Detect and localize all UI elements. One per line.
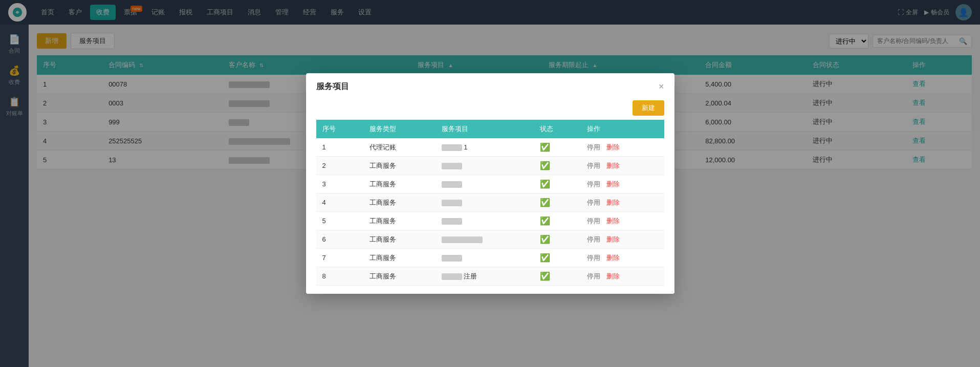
table-row: 7 工商服务 ✅ 停用 删除 — [316, 249, 664, 267]
cell-seq: 8 — [316, 267, 363, 286]
disable-button[interactable]: 停用 — [587, 253, 600, 263]
status-check-icon: ✅ — [540, 161, 550, 170]
modal-new-button[interactable]: 新建 — [633, 100, 664, 116]
cell-item — [435, 230, 534, 249]
cell-action: 停用 删除 — [581, 138, 664, 157]
cell-type: 代理记账 — [363, 138, 435, 157]
cell-item — [435, 175, 534, 193]
cell-status: ✅ — [534, 249, 581, 267]
delete-button[interactable]: 删除 — [606, 161, 620, 170]
disable-button[interactable]: 停用 — [587, 143, 600, 152]
cell-action: 停用 删除 — [581, 193, 664, 212]
cell-seq: 3 — [316, 175, 363, 193]
cell-action: 停用 删除 — [581, 267, 664, 286]
status-check-icon: ✅ — [540, 143, 550, 152]
cell-action: 停用 删除 — [581, 175, 664, 193]
cell-type: 工商服务 — [363, 212, 435, 230]
table-row: 6 工商服务 ✅ 停用 删除 — [316, 230, 664, 249]
table-row: 8 工商服务 注册 ✅ 停用 删除 — [316, 267, 664, 286]
delete-button[interactable]: 删除 — [606, 235, 620, 244]
cell-item — [435, 157, 534, 175]
cell-type: 工商服务 — [363, 175, 435, 193]
cell-type: 工商服务 — [363, 267, 435, 286]
disable-button[interactable]: 停用 — [587, 217, 600, 226]
disable-button[interactable]: 停用 — [587, 272, 600, 281]
modal-body: 序号 服务类型 服务项目 状态 操作 1 代理记账 1 ✅ 停用 — [306, 120, 674, 294]
cell-status: ✅ — [534, 157, 581, 175]
modal-header: 服务项目 × — [306, 73, 674, 96]
modal-col-item: 服务项目 — [435, 120, 534, 138]
cell-seq: 5 — [316, 212, 363, 230]
cell-seq: 7 — [316, 249, 363, 267]
delete-button[interactable]: 删除 — [606, 272, 620, 281]
table-row: 5 工商服务 ✅ 停用 删除 — [316, 212, 664, 230]
cell-seq: 2 — [316, 157, 363, 175]
cell-item — [435, 193, 534, 212]
cell-type: 工商服务 — [363, 230, 435, 249]
delete-button[interactable]: 删除 — [606, 217, 620, 226]
disable-button[interactable]: 停用 — [587, 198, 600, 207]
cell-item — [435, 249, 534, 267]
disable-button[interactable]: 停用 — [587, 180, 600, 189]
delete-button[interactable]: 删除 — [606, 253, 620, 263]
delete-button[interactable]: 删除 — [606, 143, 620, 152]
modal-col-status: 状态 — [534, 120, 581, 138]
status-check-icon: ✅ — [540, 235, 550, 244]
cell-status: ✅ — [534, 175, 581, 193]
cell-item — [435, 212, 534, 230]
modal-table-header: 序号 服务类型 服务项目 状态 操作 — [316, 120, 664, 138]
service-modal: 服务项目 × 新建 序号 服务类型 服务项目 状态 操作 — [306, 73, 674, 294]
modal-col-type: 服务类型 — [363, 120, 435, 138]
modal-col-action: 操作 — [581, 120, 664, 138]
delete-button[interactable]: 删除 — [606, 180, 620, 189]
cell-status: ✅ — [534, 212, 581, 230]
cell-action: 停用 删除 — [581, 230, 664, 249]
cell-status: ✅ — [534, 193, 581, 212]
cell-action: 停用 删除 — [581, 157, 664, 175]
status-check-icon: ✅ — [540, 272, 550, 280]
modal-table-body: 1 代理记账 1 ✅ 停用 删除 2 工商服务 ✅ — [316, 138, 664, 286]
modal-toolbar: 新建 — [306, 96, 674, 120]
modal-title: 服务项目 — [316, 81, 349, 92]
modal-col-seq: 序号 — [316, 120, 363, 138]
cell-type: 工商服务 — [363, 193, 435, 212]
cell-type: 工商服务 — [363, 249, 435, 267]
cell-item: 注册 — [435, 267, 534, 286]
delete-button[interactable]: 删除 — [606, 198, 620, 207]
cell-status: ✅ — [534, 138, 581, 157]
table-row: 4 工商服务 ✅ 停用 删除 — [316, 193, 664, 212]
modal-overlay: 服务项目 × 新建 序号 服务类型 服务项目 状态 操作 — [0, 0, 980, 367]
cell-seq: 6 — [316, 230, 363, 249]
cell-seq: 1 — [316, 138, 363, 157]
status-check-icon: ✅ — [540, 180, 550, 188]
cell-action: 停用 删除 — [581, 212, 664, 230]
status-check-icon: ✅ — [540, 198, 550, 207]
cell-item: 1 — [435, 138, 534, 157]
service-table: 序号 服务类型 服务项目 状态 操作 1 代理记账 1 ✅ 停用 — [316, 120, 664, 286]
cell-type: 工商服务 — [363, 157, 435, 175]
table-row: 3 工商服务 ✅ 停用 删除 — [316, 175, 664, 193]
disable-button[interactable]: 停用 — [587, 161, 600, 170]
disable-button[interactable]: 停用 — [587, 235, 600, 244]
cell-status: ✅ — [534, 267, 581, 286]
table-row: 1 代理记账 1 ✅ 停用 删除 — [316, 138, 664, 157]
table-row: 2 工商服务 ✅ 停用 删除 — [316, 157, 664, 175]
status-check-icon: ✅ — [540, 217, 550, 225]
cell-status: ✅ — [534, 230, 581, 249]
modal-close-button[interactable]: × — [659, 81, 664, 92]
cell-seq: 4 — [316, 193, 363, 212]
cell-action: 停用 删除 — [581, 249, 664, 267]
status-check-icon: ✅ — [540, 253, 550, 262]
